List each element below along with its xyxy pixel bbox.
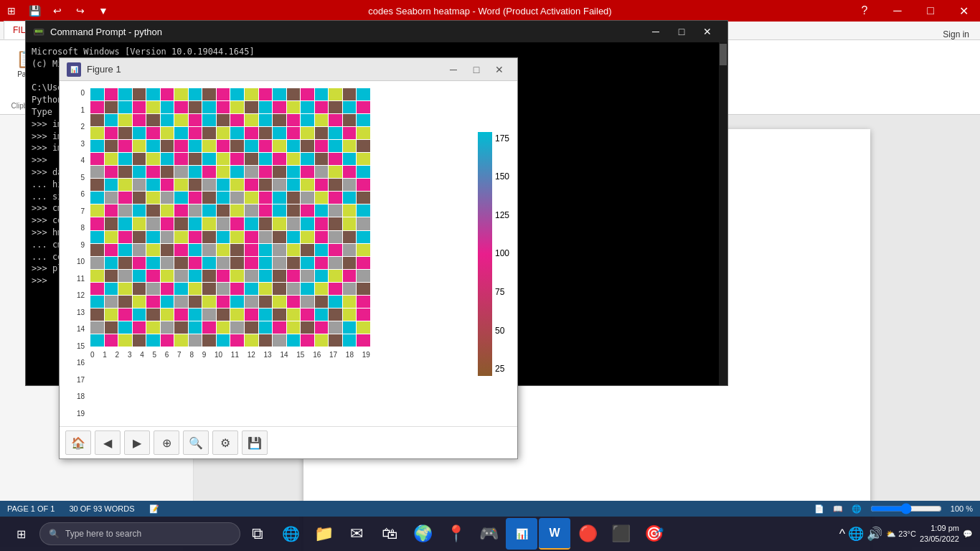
heatmap-cell-9-9 — [217, 204, 230, 217]
heatmap-cell-9-14 — [287, 204, 301, 217]
heatmap-cell-13-16 — [315, 257, 329, 269]
heatmap-cell-0-2 — [118, 88, 132, 100]
cmd-scrollbar-thumb[interactable] — [720, 44, 727, 65]
close-button[interactable]: ✕ — [947, 0, 980, 22]
layout-print[interactable]: 📄 — [814, 504, 824, 514]
y-label-2: 2 — [80, 123, 85, 131]
heatmap-cell-10-12 — [259, 217, 273, 230]
heatmap-cell-16-10 — [230, 296, 244, 308]
toolbar-search[interactable]: 🔍 — [183, 430, 209, 455]
maximize-button[interactable]: □ — [914, 0, 947, 22]
heatmap-cell-3-3 — [133, 127, 146, 139]
heatmap-cell-9-7 — [189, 204, 202, 217]
heatmap-cell-11-7 — [189, 231, 202, 243]
figure-close[interactable]: ✕ — [489, 60, 510, 79]
cb-100: 100 — [495, 248, 509, 258]
heatmap-cell-14-8 — [202, 270, 216, 282]
maps-icon[interactable]: 📍 — [440, 518, 471, 550]
heatmap-cell-11-6 — [174, 231, 188, 243]
word-count: 30 OF 93 WORDS — [69, 504, 134, 513]
heatmap-cell-4-6 — [174, 140, 188, 152]
toolbar-back[interactable]: ◀ — [95, 430, 121, 455]
save-icon[interactable]: 💾 — [23, 0, 46, 22]
heatmap-cell-14-11 — [245, 270, 258, 282]
games-icon[interactable]: 🎮 — [473, 518, 504, 550]
chrome-icon[interactable]: 🔴 — [572, 518, 603, 550]
redo-icon[interactable]: ↪ — [69, 0, 92, 22]
taskbar-search[interactable]: 🔍 Type here to search — [39, 522, 240, 545]
browser-icon[interactable]: 🌍 — [407, 518, 438, 550]
heatmap-cell-15-17 — [329, 283, 342, 295]
heatmap-cell-12-4 — [146, 244, 160, 256]
heatmap-cell-7-15 — [301, 179, 314, 191]
notification-icon[interactable]: 💬 — [963, 529, 973, 539]
help-button[interactable]: ? — [848, 0, 881, 22]
heatmap-cell-12-1 — [105, 244, 118, 256]
heatmap-cell-15-8 — [202, 283, 216, 295]
store-icon[interactable]: 🛍 — [374, 518, 405, 550]
undo-icon[interactable]: ↩ — [46, 0, 69, 22]
misc-icon[interactable]: 🎯 — [638, 518, 669, 550]
heatmap-cell-8-4 — [146, 192, 160, 204]
heatmap-cell-14-13 — [273, 270, 286, 282]
clock[interactable]: 1:09 pm 23/05/2022 — [920, 523, 959, 545]
x-6: 6 — [165, 351, 169, 359]
heatmap-cell-5-14 — [287, 153, 301, 165]
cmd-maximize[interactable]: □ — [669, 21, 694, 42]
layout-web[interactable]: 🌐 — [852, 504, 862, 514]
heatmap-cell-13-3 — [133, 257, 146, 269]
heatmap-cell-10-5 — [161, 217, 174, 230]
heatmap-cell-13-11 — [245, 257, 258, 269]
heatmap-cell-2-1 — [105, 114, 118, 126]
edge-icon[interactable]: 🌐 — [275, 518, 306, 550]
cb-175: 175 — [495, 133, 509, 143]
heatmap-cell-9-19 — [357, 204, 370, 217]
heatmap-cell-16-16 — [315, 296, 329, 308]
toolbar-settings[interactable]: ⚙ — [212, 430, 238, 455]
heatmap-wrapper: 0 1 2 3 4 5 6 7 8 9 10 11 12 13 14 15 16 — [90, 88, 463, 419]
speaker-icon[interactable]: 🔊 — [867, 526, 882, 542]
cmd-minimize[interactable]: ─ — [643, 21, 669, 42]
y-label-0: 0 — [80, 90, 85, 97]
customize-icon[interactable]: ▼ — [92, 0, 115, 22]
toolbar-save[interactable]: 💾 — [242, 430, 268, 455]
heatmap-cell-4-13 — [273, 140, 286, 152]
heatmap-cell-16-12 — [259, 296, 273, 308]
heatmap-cell-12-2 — [118, 244, 132, 256]
heatmap-cell-6-19 — [357, 166, 370, 178]
figure-maximize[interactable]: □ — [466, 60, 487, 79]
heatmap-cell-6-4 — [146, 166, 160, 178]
file-explorer-icon[interactable]: 📁 — [308, 518, 339, 550]
figure-minimize[interactable]: ─ — [443, 60, 464, 79]
heatmap-cell-1-13 — [273, 101, 286, 113]
cmd-scrollbar[interactable] — [719, 42, 727, 385]
heatmap-cell-13-14 — [287, 257, 301, 269]
x-axis: 0 1 2 3 4 5 6 7 8 9 10 11 12 13 14 15 16 — [90, 349, 370, 360]
sign-in-button[interactable]: Sign in — [936, 29, 976, 39]
mail-icon[interactable]: ✉ — [341, 518, 372, 550]
heatmap-cell-0-3 — [133, 88, 146, 100]
toolbar-forward[interactable]: ▶ — [124, 430, 150, 455]
heatmap-cell-17-0 — [90, 309, 104, 321]
clock-time: 1:09 pm — [920, 523, 959, 534]
heatmap-cell-17-13 — [273, 309, 286, 321]
layout-read[interactable]: 📖 — [833, 504, 843, 514]
toolbar-home[interactable]: 🏠 — [65, 430, 91, 455]
terminal-icon[interactable]: ⬛ — [605, 518, 636, 550]
cmd-close[interactable]: ✕ — [694, 21, 720, 42]
word-icon[interactable]: W — [539, 518, 570, 550]
toolbar-zoom[interactable]: ⊕ — [154, 430, 179, 455]
heatmap-cell-9-12 — [259, 204, 273, 217]
zoom-slider[interactable] — [870, 503, 942, 514]
heatmap-cell-18-13 — [273, 321, 286, 334]
minimize-button[interactable]: ─ — [881, 0, 914, 22]
app1-icon[interactable]: 📊 — [506, 518, 537, 550]
task-view-button[interactable]: ⧉ — [242, 518, 273, 550]
heatmap-cell-17-8 — [202, 309, 216, 321]
network-icon[interactable]: 🌐 — [848, 526, 864, 542]
heatmap-cell-15-7 — [189, 283, 202, 295]
heatmap-cell-7-13 — [273, 179, 286, 191]
expand-arrow[interactable]: ^ — [839, 527, 845, 542]
heatmap-cell-17-9 — [217, 309, 230, 321]
start-button[interactable]: ⊞ — [4, 517, 38, 551]
